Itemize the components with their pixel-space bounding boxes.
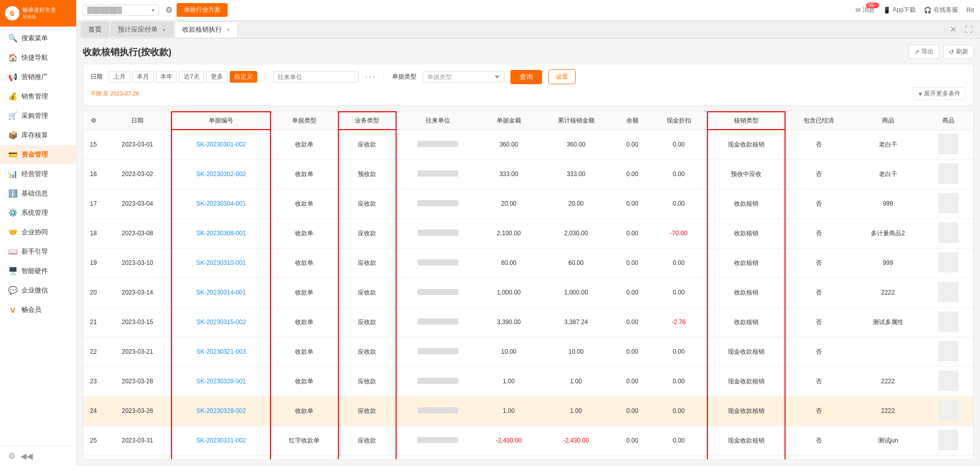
tab-home[interactable]: 首页 bbox=[81, 21, 109, 37]
sidebar-item-marketing[interactable]: 📢 营销推广 bbox=[0, 67, 76, 87]
sales-icon: 💰 bbox=[8, 92, 17, 101]
cell-doc-no: SK-20230304-001 bbox=[172, 189, 270, 218]
date-more-button[interactable]: 更多 bbox=[206, 71, 228, 83]
date-this-month-button[interactable]: 本月 bbox=[132, 71, 154, 83]
doc-no-link[interactable]: SK-20230331-002 bbox=[196, 437, 246, 444]
export-button[interactable]: ↗ 导出 bbox=[909, 45, 939, 59]
date-7days-button[interactable]: 近7天 bbox=[179, 71, 204, 83]
sidebar-item-guide[interactable]: 📖 新手引导 bbox=[0, 242, 76, 261]
cell-goods: 测试多属性 bbox=[852, 307, 923, 337]
tab-receipts[interactable]: 收款核销执行 ✕ bbox=[175, 21, 238, 37]
sidebar-item-enterprise[interactable]: 🤝 企业协同 bbox=[0, 223, 76, 242]
sidebar-item-system[interactable]: ⚙️ 系统管理 bbox=[0, 203, 76, 223]
date-custom-button[interactable]: 自定义 bbox=[230, 71, 257, 83]
sidebar-item-wechat-label: 企业微信 bbox=[21, 286, 48, 295]
table-row: 17 2023-03-04 SK-20230304-001 收款单 应收款 20… bbox=[83, 189, 973, 218]
cell-doc-no: SK-20230301-002 bbox=[172, 130, 270, 159]
doc-type-select[interactable]: 单据类型 bbox=[423, 71, 504, 83]
cell-goods2 bbox=[924, 366, 973, 396]
page-title: 收款核销执行(按收款) bbox=[83, 46, 172, 58]
th-balance: 余额 bbox=[614, 112, 650, 130]
cell-row-num: 22 bbox=[83, 337, 104, 366]
table-row: 23 2023-03-28 SK-20230328-001 收款单 应收款 1.… bbox=[83, 366, 973, 396]
tab-receipts-close-icon[interactable]: ✕ bbox=[226, 27, 230, 33]
cell-partner bbox=[396, 159, 480, 189]
member-icon: V bbox=[8, 306, 17, 314]
doc-no-link[interactable]: SK-20230310-001 bbox=[196, 259, 246, 266]
tab-maximize-button[interactable]: ⛶ bbox=[962, 23, 976, 35]
cell-row-num: 20 bbox=[83, 278, 104, 307]
gear-icon[interactable]: ⚙ bbox=[165, 5, 173, 15]
sidebar-item-inventory[interactable]: 📦 库存核算 bbox=[0, 126, 76, 145]
cell-biz-type: 应收款 bbox=[338, 248, 396, 278]
filter-settings-button[interactable]: 设置 bbox=[548, 69, 576, 84]
doc-no-link[interactable]: SK-20230328-002 bbox=[196, 407, 246, 414]
sidebar-item-purchase[interactable]: 🛒 采购管理 bbox=[0, 106, 76, 126]
user-label[interactable]: Rit bbox=[966, 7, 974, 14]
cell-goods2 bbox=[924, 159, 973, 189]
th-date: 日期 bbox=[104, 112, 172, 130]
doc-no-link[interactable]: SK-20230328-001 bbox=[196, 378, 246, 385]
cell-goods2 bbox=[924, 189, 973, 218]
sidebar-item-operation[interactable]: 📊 经营管理 bbox=[0, 164, 76, 184]
mobile-icon: 📱 bbox=[883, 7, 891, 14]
cell-doc-amount: 1,000.00 bbox=[480, 278, 538, 307]
collapse-icon[interactable]: ◀◀ bbox=[20, 451, 33, 461]
partner-input[interactable] bbox=[273, 71, 359, 83]
sidebar-item-hardware[interactable]: 🖥️ 智能硬件 bbox=[0, 261, 76, 281]
cell-doc-type: 收款单 bbox=[271, 455, 338, 459]
cell-total-cancel: 3,387.24 bbox=[538, 307, 614, 337]
doc-no-link[interactable]: SK-20230314-001 bbox=[196, 289, 246, 296]
doc-no-link[interactable]: SK-20230302-002 bbox=[196, 170, 246, 178]
table-row: 18 2023-03-08 SK-20230308-001 收款单 应收款 2,… bbox=[83, 218, 973, 248]
cell-total-cancel: 333.00 bbox=[538, 159, 614, 189]
industry-solution-button[interactable]: 体验行业方案 bbox=[177, 3, 228, 17]
cell-balance: 0.00 bbox=[614, 278, 650, 307]
cell-doc-type: 红字收款单 bbox=[271, 426, 338, 455]
cell-goods: 老白干 bbox=[852, 159, 923, 189]
refresh-button[interactable]: ↺ 刷新 bbox=[943, 45, 974, 59]
cell-biz-type: 应收款 bbox=[338, 130, 396, 159]
cell-date: 2023-03-10 bbox=[104, 248, 172, 278]
settings-icon[interactable]: ⚙ bbox=[8, 451, 15, 461]
date-last-month-button[interactable]: 上月 bbox=[109, 71, 130, 83]
app-download-button[interactable]: 📱 App下载 bbox=[883, 6, 916, 14]
guide-icon: 📖 bbox=[8, 247, 17, 256]
table-scroll[interactable]: ⚙ 日期 单据编号 单据类型 业务类型 往来单位 单据金额 累计核销金额 余额 … bbox=[83, 111, 973, 459]
cell-date: 2023-03-31 bbox=[104, 426, 172, 455]
doc-no-link[interactable]: SK-20230301-002 bbox=[196, 141, 246, 148]
date-this-year-button[interactable]: 本年 bbox=[156, 71, 177, 83]
tab-close-all-button[interactable]: ✕ bbox=[947, 23, 960, 35]
query-button[interactable]: 查询 bbox=[510, 70, 542, 84]
expand-filters-button[interactable]: ▾ 展开更多条件 bbox=[913, 87, 966, 100]
cell-biz-type: 应收款 bbox=[338, 396, 396, 426]
doc-no-link[interactable]: SK-20230321-003 bbox=[196, 348, 246, 355]
sidebar-item-basic[interactable]: ℹ️ 基础信息 bbox=[0, 184, 76, 203]
cell-goods2 bbox=[924, 307, 973, 337]
table-area: ⚙ 日期 单据编号 单据类型 业务类型 往来单位 单据金额 累计核销金额 余额 … bbox=[83, 111, 974, 460]
cell-balance: 0.00 bbox=[614, 307, 650, 337]
online-service-button[interactable]: 🎧 在线客服 bbox=[924, 6, 958, 14]
sidebar-item-search[interactable]: 🔍 搜索菜单 bbox=[0, 29, 76, 48]
cell-goods2 bbox=[924, 130, 973, 159]
home-icon: 🏠 bbox=[8, 53, 17, 62]
message-button[interactable]: ✉ 消息 99+ bbox=[855, 6, 875, 14]
cell-doc-amount: 2,100.00 bbox=[480, 218, 538, 248]
sidebar-item-wechat[interactable]: 💬 企业微信 bbox=[0, 281, 76, 300]
doc-no-link[interactable]: SK-20230315-002 bbox=[196, 318, 246, 326]
doc-no-link[interactable]: SK-20230304-001 bbox=[196, 200, 246, 207]
entity-selector[interactable]: ████████ ▾ bbox=[83, 5, 159, 16]
sidebar-item-capital[interactable]: 💳 资金管理 bbox=[0, 145, 76, 164]
tab-prepay[interactable]: 预计应应付单 ✕ bbox=[110, 21, 174, 37]
doc-no-link[interactable]: SK-20230308-001 bbox=[196, 230, 246, 237]
cell-cash-discount: -2.76 bbox=[650, 307, 707, 337]
cell-cancel-type: 预收款核销 bbox=[707, 455, 785, 459]
sidebar-item-member[interactable]: V 畅会员 bbox=[0, 300, 76, 320]
tab-prepay-close-icon[interactable]: ✕ bbox=[162, 27, 166, 33]
cell-doc-type: 收款单 bbox=[271, 218, 338, 248]
sidebar-item-purchase-label: 采购管理 bbox=[21, 111, 48, 120]
sidebar-item-sales[interactable]: 💰 销售管理 bbox=[0, 87, 76, 106]
cell-include-settled: 否 bbox=[785, 396, 852, 426]
sidebar-item-nav[interactable]: 🏠 快捷导航 bbox=[0, 48, 76, 67]
cell-doc-no: SK-20230328-001 bbox=[172, 366, 270, 396]
